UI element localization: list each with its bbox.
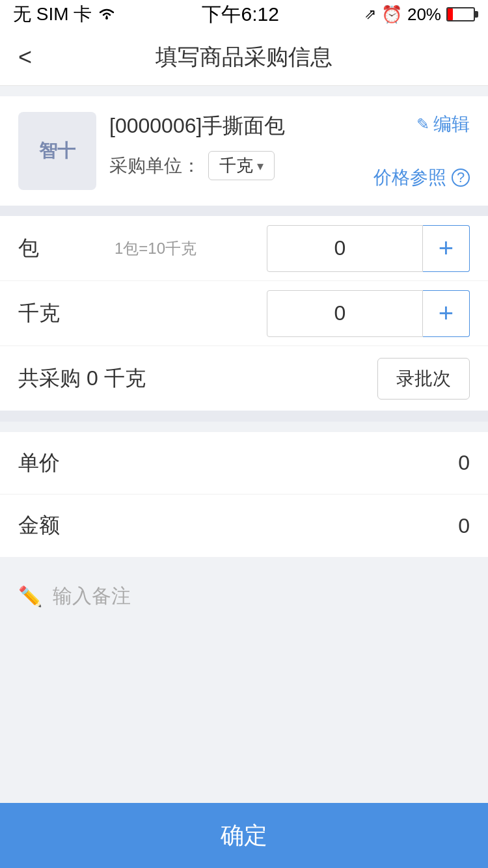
status-right: ⇗ ⏰ 20% (364, 5, 475, 25)
product-name: [0000006]手撕面包 (109, 112, 470, 141)
batch-button[interactable]: 录批次 (377, 358, 470, 400)
alarm-icon: ⏰ (381, 5, 402, 25)
kg-input[interactable] (267, 290, 423, 337)
edit-label: 编辑 (433, 112, 470, 137)
nav-bar: < 填写商品采购信息 (0, 29, 488, 86)
pencil-icon: ✏️ (18, 585, 42, 608)
unit-price-label: 单价 (18, 449, 60, 478)
kg-input-wrap: + (267, 290, 470, 337)
section-divider-2 (0, 411, 488, 422)
price-section: 单价 0 金额 0 (0, 432, 488, 557)
page-title: 填写商品采购信息 (156, 42, 332, 72)
bag-label: 包 (18, 234, 109, 263)
bag-input-wrap: + (267, 225, 470, 272)
amount-label: 金额 (18, 511, 60, 540)
info-icon: ? (452, 169, 470, 187)
amount-row: 金额 0 (0, 495, 488, 557)
confirm-button[interactable]: 确定 (0, 803, 488, 868)
kg-input-row: 千克 + (0, 281, 488, 346)
bottom-spacer (0, 635, 488, 700)
bag-plus-button[interactable]: + (423, 225, 470, 272)
edit-icon: ✎ (416, 115, 429, 133)
input-section: 包 1包=10千克 + 千克 + 共采购 0 千克 录批次 (0, 216, 488, 411)
status-time: 下午6:12 (202, 1, 278, 28)
amount-value: 0 (458, 514, 470, 538)
unit-select[interactable]: 千克 ▾ (208, 151, 275, 180)
product-card: 智十 [0000006]手撕面包 采购单位： 千克 ▾ ✎ 编辑 价格参照 ? (0, 96, 488, 206)
price-ref-button[interactable]: 价格参照 ? (373, 165, 470, 190)
bag-sub-label: 1包=10千克 (115, 238, 197, 259)
back-button[interactable]: < (18, 44, 32, 71)
product-thumbnail: 智十 (18, 112, 96, 190)
bag-input[interactable] (267, 225, 423, 272)
summary-text: 共采购 0 千克 (18, 364, 146, 393)
chevron-down-icon: ▾ (257, 158, 264, 174)
price-ref-label: 价格参照 (373, 165, 446, 190)
notes-placeholder: 输入备注 (53, 583, 131, 610)
status-bar: 无 SIM 卡 下午6:12 ⇗ ⏰ 20% (0, 0, 488, 29)
unit-value: 千克 (219, 154, 253, 177)
summary-row: 共采购 0 千克 录批次 (0, 346, 488, 411)
wifi-icon (97, 4, 116, 25)
unit-label: 采购单位： (109, 154, 200, 178)
status-left: 无 SIM 卡 (13, 2, 116, 27)
section-divider-1 (0, 206, 488, 216)
product-logo: 智十 (39, 139, 75, 163)
kg-label: 千克 (18, 299, 109, 328)
svg-point-0 (105, 17, 108, 20)
unit-price-row: 单价 0 (0, 432, 488, 495)
edit-button[interactable]: ✎ 编辑 (416, 112, 470, 137)
unit-price-value: 0 (458, 451, 470, 475)
location-icon: ⇗ (364, 6, 376, 23)
battery-percent: 20% (407, 5, 441, 25)
kg-plus-button[interactable]: + (423, 290, 470, 337)
carrier-text: 无 SIM 卡 (13, 2, 92, 27)
bag-input-row: 包 1包=10千克 + (0, 216, 488, 281)
notes-section[interactable]: ✏️ 输入备注 (0, 557, 488, 635)
battery-icon (446, 7, 475, 21)
